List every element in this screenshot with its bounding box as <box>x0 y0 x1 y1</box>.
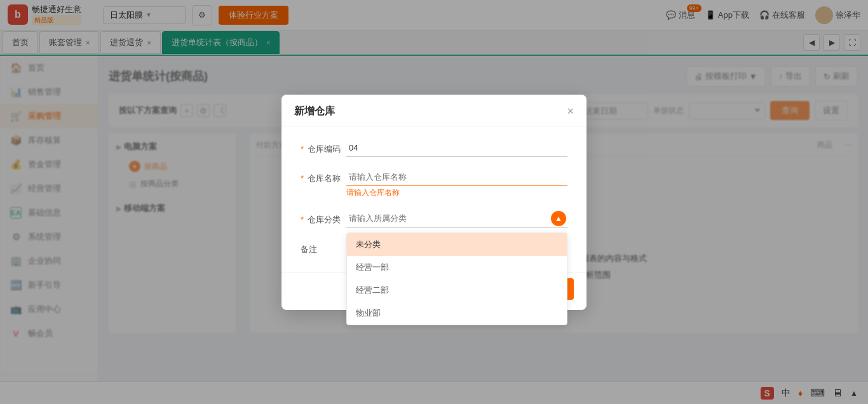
category-field: ▲ 未分类 经营一部 经营二部 物业部 <box>346 210 567 228</box>
category-dropdown: 未分类 经营一部 经营二部 物业部 <box>346 232 567 325</box>
modal-title: 新增仓库 <box>294 105 335 118</box>
modal-overlay: 新增仓库 × * 仓库编码 * 仓库名称 <box>0 0 868 404</box>
modal-close-button[interactable]: × <box>567 105 574 117</box>
form-row-category: * 仓库分类 ▲ 未分类 经营一部 经营二部 物业部 <box>301 210 567 228</box>
new-warehouse-modal: 新增仓库 × * 仓库编码 * 仓库名称 <box>281 95 587 310</box>
dropdown-item-ops1[interactable]: 经营一部 <box>347 256 567 279</box>
note-label: 备注 <box>301 239 346 255</box>
dropdown-item-uncategorized[interactable]: 未分类 <box>347 233 567 256</box>
code-label: * 仓库编码 <box>301 139 346 155</box>
modal-body: * 仓库编码 * 仓库名称 请输入仓库名称 <box>281 126 587 273</box>
chevron-up-icon: ▲ <box>551 211 566 226</box>
category-input[interactable] <box>346 210 550 227</box>
category-label: * 仓库分类 <box>301 210 346 226</box>
category-toggle-button[interactable]: ▲ <box>550 210 567 227</box>
dropdown-item-property[interactable]: 物业部 <box>347 302 567 325</box>
warehouse-code-input[interactable] <box>346 139 567 157</box>
warehouse-name-input[interactable] <box>346 168 567 186</box>
name-field: 请输入仓库名称 <box>346 168 567 198</box>
dropdown-item-ops2[interactable]: 经营二部 <box>347 279 567 302</box>
modal-header: 新增仓库 × <box>281 95 587 126</box>
code-field <box>346 139 567 157</box>
name-label: * 仓库名称 <box>301 168 346 184</box>
form-row-name: * 仓库名称 请输入仓库名称 <box>301 168 567 198</box>
form-row-code: * 仓库编码 <box>301 139 567 157</box>
name-error-message: 请输入仓库名称 <box>346 187 567 198</box>
category-input-row: ▲ <box>346 210 567 228</box>
